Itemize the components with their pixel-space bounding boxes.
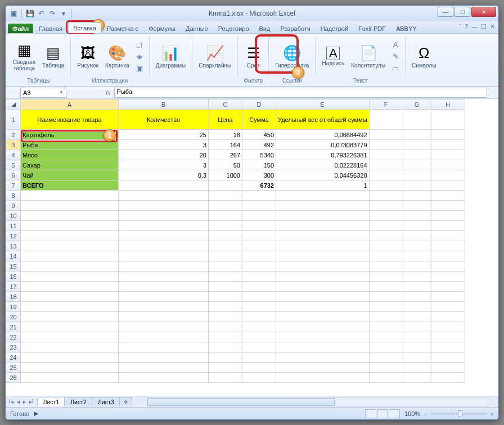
cell[interactable]: Чай — [21, 170, 119, 180]
cell[interactable] — [21, 282, 119, 292]
cell[interactable] — [119, 373, 209, 383]
view-buttons[interactable] — [365, 409, 400, 418]
col-header-A[interactable]: A — [21, 100, 119, 110]
symbols-button[interactable]: ΩСимволы — [409, 43, 439, 70]
cell[interactable] — [119, 342, 209, 352]
cell[interactable] — [209, 342, 242, 352]
cell[interactable] — [403, 312, 431, 322]
cell[interactable] — [21, 211, 119, 221]
cell[interactable] — [21, 373, 119, 383]
cell[interactable]: 20 — [119, 150, 209, 160]
cell[interactable] — [369, 261, 403, 272]
chevron-down-icon[interactable]: ▼ — [59, 90, 64, 95]
cell[interactable] — [431, 261, 465, 272]
tab-developer[interactable]: Разработч — [276, 24, 314, 33]
cell[interactable] — [403, 251, 431, 261]
cell[interactable] — [242, 312, 276, 322]
header-cell[interactable]: Сумма — [242, 110, 276, 130]
cell[interactable] — [431, 201, 465, 211]
tab-review[interactable]: Рецензиро — [214, 24, 254, 33]
cell[interactable] — [242, 261, 276, 272]
cell[interactable] — [431, 211, 465, 221]
col-header-H[interactable]: H — [431, 100, 465, 110]
cell[interactable] — [209, 332, 242, 342]
cell[interactable] — [242, 332, 276, 342]
tab-layout[interactable]: Разметка с — [102, 24, 143, 33]
row-header-11[interactable]: 11 — [6, 221, 21, 231]
row-header-5[interactable]: 5 — [6, 160, 21, 170]
row-header-26[interactable]: 26 — [6, 373, 21, 383]
name-box[interactable]: A3▼ — [20, 88, 66, 98]
sheet-new-icon[interactable]: ✧ — [119, 397, 132, 406]
cell[interactable] — [369, 231, 403, 241]
ribbon-minimize-icon[interactable]: ˇ — [459, 23, 461, 30]
col-header-F[interactable]: F — [369, 100, 403, 110]
cell[interactable]: 450 — [242, 130, 276, 140]
horizontal-scrollbar[interactable] — [147, 397, 488, 406]
row-header-21[interactable]: 21 — [6, 322, 21, 332]
cell[interactable] — [209, 231, 242, 241]
cell[interactable] — [431, 342, 465, 352]
cell[interactable] — [209, 221, 242, 231]
qat-more-icon[interactable]: ▾ — [59, 9, 68, 18]
sheet-prev-icon[interactable]: ◂ — [16, 399, 21, 405]
row-header-14[interactable]: 14 — [6, 251, 21, 261]
cell[interactable] — [242, 231, 276, 241]
cell[interactable] — [21, 292, 119, 302]
cell[interactable] — [369, 322, 403, 332]
cell[interactable]: 0,073083779 — [276, 140, 370, 150]
cell[interactable] — [431, 241, 465, 251]
tab-abbyy[interactable]: ABBYY — [392, 24, 421, 33]
cell[interactable] — [403, 302, 431, 312]
sheet-first-icon[interactable]: I◂ — [8, 399, 15, 405]
cell[interactable] — [369, 332, 403, 342]
cell[interactable] — [119, 322, 209, 332]
cell[interactable] — [21, 191, 119, 201]
cell[interactable] — [21, 201, 119, 211]
cell[interactable] — [242, 373, 276, 383]
cell[interactable] — [276, 272, 370, 282]
cell[interactable] — [276, 191, 370, 201]
cell[interactable] — [209, 211, 242, 221]
cell[interactable] — [242, 302, 276, 312]
cell[interactable] — [403, 211, 431, 221]
maximize-button[interactable]: ☐ — [454, 7, 470, 17]
cell[interactable]: 18 — [209, 130, 242, 140]
cell[interactable] — [431, 251, 465, 261]
cell[interactable]: 164 — [209, 140, 242, 150]
cell[interactable] — [431, 363, 465, 373]
cell[interactable]: 25 — [119, 130, 209, 140]
object-icon[interactable]: ▭ — [389, 62, 402, 74]
sparklines-button[interactable]: 📈Спарклайны — [196, 43, 234, 70]
col-header-C[interactable]: C — [209, 100, 242, 110]
cell[interactable] — [242, 352, 276, 363]
cell[interactable] — [119, 231, 209, 241]
cell[interactable] — [276, 261, 370, 272]
cell[interactable] — [242, 322, 276, 332]
cell[interactable] — [209, 282, 242, 292]
zoom-control[interactable]: 100% − + — [404, 410, 494, 417]
redo-icon[interactable]: ↷ — [48, 9, 57, 18]
cell[interactable] — [403, 201, 431, 211]
cell[interactable] — [431, 272, 465, 282]
cell[interactable] — [209, 251, 242, 261]
sheet-tab-2[interactable]: Лист2 — [64, 397, 93, 406]
cell[interactable] — [276, 221, 370, 231]
cell[interactable] — [21, 302, 119, 312]
cell[interactable] — [369, 312, 403, 322]
row-header-7[interactable]: 7 — [6, 180, 21, 191]
cell[interactable] — [369, 221, 403, 231]
col-header-D[interactable]: D — [242, 100, 276, 110]
col-header-B[interactable]: B — [119, 100, 209, 110]
cell[interactable] — [21, 352, 119, 363]
tab-formulas[interactable]: Формулы — [144, 24, 180, 33]
cell[interactable] — [119, 191, 209, 201]
cell[interactable] — [242, 221, 276, 231]
cell[interactable] — [369, 352, 403, 363]
cell[interactable] — [431, 231, 465, 241]
cell[interactable] — [21, 332, 119, 342]
smartart-icon[interactable]: ◈ — [133, 51, 146, 62]
row-header-1[interactable]: 1 — [6, 110, 21, 130]
row-header-13[interactable]: 13 — [6, 241, 21, 251]
cell[interactable]: 0,793226381 — [276, 150, 370, 160]
